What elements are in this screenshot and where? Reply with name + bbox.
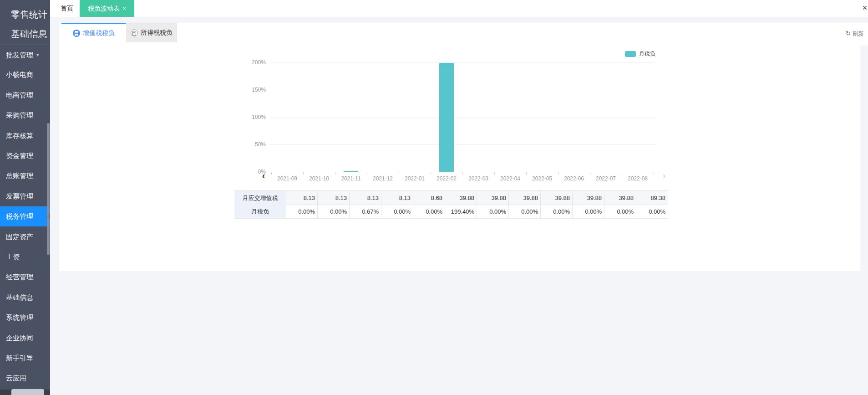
x-axis-tick — [558, 172, 558, 174]
vat-doc-icon — [73, 30, 80, 37]
x-axis-label: 2022-02 — [431, 175, 462, 182]
x-axis-label: 2022-04 — [494, 175, 526, 182]
x-axis-tick — [494, 172, 495, 174]
x-axis-tick — [462, 172, 463, 174]
table-cell: 8.13 — [286, 190, 318, 205]
sidebar-item-固定资产[interactable]: 固定资产 — [0, 227, 50, 247]
x-axis-label: 2022-07 — [590, 175, 622, 182]
x-axis-label: 2021-10 — [303, 175, 335, 182]
table-cell: 0.00% — [509, 205, 541, 219]
sidebar-item-企业协同[interactable]: 企业协同 — [0, 328, 50, 348]
x-axis-tick — [526, 172, 527, 174]
table-cell: 199.40% — [445, 205, 477, 219]
table-cell: 39.88 — [477, 190, 509, 205]
sidebar-collapse-button[interactable] — [11, 389, 44, 395]
sidebar: 零售统计基础信息批发管理▾小畅电商电商管理采购管理库存核算资金管理总账管理发票管… — [0, 0, 50, 395]
table-cell: 0.00% — [318, 205, 350, 219]
window-close-icon[interactable]: × — [859, 2, 868, 13]
pager-next-icon[interactable]: › — [660, 171, 668, 180]
sidebar-divider — [0, 45, 50, 45]
table-cell: 39.88 — [509, 190, 541, 205]
subtab-bar: 增值税税负 所得税税负 ↻刷新 — [59, 23, 868, 46]
x-axis-tick — [367, 172, 367, 174]
x-axis-label: 2021-11 — [335, 175, 367, 182]
x-axis-tick — [399, 172, 399, 174]
subtab-income-label: 所得税税负 — [141, 29, 173, 37]
x-axis-label: 2022-03 — [462, 175, 494, 182]
sidebar-item-资金管理[interactable]: 资金管理 — [0, 146, 50, 166]
tab-home-label: 首页 — [61, 5, 73, 12]
tab-tax-fluctuation[interactable]: 税负波动表× — [80, 0, 134, 17]
table-cell: 0.00% — [286, 205, 318, 219]
sidebar-item-工资[interactable]: 工资 — [0, 247, 50, 267]
legend-swatch — [625, 51, 636, 57]
gridline — [269, 62, 655, 63]
sidebar-item-发票管理[interactable]: 发票管理 — [0, 186, 50, 206]
table-cell: 8.13 — [350, 190, 381, 205]
sidebar-scrollbar[interactable] — [47, 123, 50, 255]
refresh-icon: ↻ — [846, 30, 851, 37]
x-axis-tick — [335, 172, 335, 174]
sidebar-item-税务管理[interactable]: 税务管理 — [0, 206, 50, 226]
legend-label: 月税负 — [639, 50, 655, 58]
table-cell: 0.00% — [413, 205, 445, 219]
table-row-header: 月税负 — [234, 205, 286, 219]
sidebar-item-新手引导[interactable]: 新手引导 — [0, 348, 50, 368]
gridline — [269, 117, 655, 118]
table-cell: 39.88 — [573, 190, 604, 205]
y-axis-tick-label: 200% — [231, 59, 266, 66]
table-cell: 89.38 — [636, 190, 668, 205]
table-cell: 0.00% — [541, 205, 573, 219]
y-axis-tick-label: 50% — [231, 141, 266, 148]
sidebar-item-经营管理[interactable]: 经营管理 — [0, 267, 50, 287]
chart-panel: 月税负 ‹ › 200%150%100%50%0%2021-092021-102… — [59, 46, 860, 271]
table-cell: 8.13 — [318, 190, 350, 205]
x-axis-tick — [271, 172, 272, 174]
table-cell: 0.67% — [350, 205, 381, 219]
subtab-income-tax[interactable]: 所得税税负 — [126, 23, 177, 42]
sidebar-item-零售统计[interactable]: 零售统计 — [0, 5, 50, 24]
x-axis-tick — [622, 172, 622, 174]
x-axis-tick — [431, 172, 431, 174]
table-cell: 0.00% — [477, 205, 509, 219]
sidebar-item-电商管理[interactable]: 电商管理 — [0, 85, 50, 105]
table-cell: 0.00% — [381, 205, 413, 219]
sidebar-item-批发管理[interactable]: 批发管理▾ — [0, 45, 50, 65]
sidebar-item-总账管理[interactable]: 总账管理 — [0, 166, 50, 186]
sidebar-item-库存核算[interactable]: 库存核算 — [0, 126, 50, 146]
y-axis-tick-label: 100% — [231, 114, 266, 120]
y-axis-tick-label: 150% — [231, 87, 266, 93]
y-axis-tick-label: 0% — [231, 169, 266, 175]
gridline — [269, 90, 655, 90]
tab-close-icon[interactable]: × — [122, 5, 126, 12]
table-cell: 39.88 — [541, 190, 573, 205]
table-cell: 0.00% — [636, 205, 668, 219]
gridline — [269, 144, 655, 145]
x-axis-tick — [303, 172, 304, 174]
table-cell: 39.88 — [604, 190, 636, 205]
table-cell: 39.88 — [445, 190, 477, 205]
subtab-vat[interactable]: 增值税税负 — [61, 23, 126, 42]
sidebar-item-采购管理[interactable]: 采购管理 — [0, 105, 50, 125]
x-axis-label: 2021-09 — [271, 175, 303, 182]
refresh-button[interactable]: ↻刷新 — [846, 29, 864, 38]
tab-home[interactable]: 首页 — [50, 0, 84, 17]
legend-item[interactable]: 月税负 — [625, 50, 655, 58]
subtab-vat-label: 增值税税负 — [83, 29, 115, 37]
x-axis-label: 2022-01 — [399, 175, 431, 182]
x-axis-tick — [654, 172, 654, 174]
table-cell: 0.00% — [573, 205, 604, 219]
sidebar-item-云应用[interactable]: 云应用 — [0, 368, 50, 388]
sidebar-item-基础信息[interactable]: 基础信息 — [0, 287, 50, 308]
x-axis-label: 2021-12 — [367, 175, 399, 182]
x-axis-label: 2022-06 — [558, 175, 590, 182]
sidebar-item-系统管理[interactable]: 系统管理 — [0, 308, 50, 328]
sidebar-item-基础信息[interactable]: 基础信息 — [0, 24, 50, 43]
x-axis-tick — [590, 172, 590, 174]
table-row-header: 月应交增值税 — [234, 191, 286, 205]
chevron-down-icon: ▾ — [36, 52, 39, 57]
bar-2021-11 — [344, 171, 358, 172]
refresh-label: 刷新 — [853, 31, 864, 37]
table-cell: 8.68 — [413, 190, 445, 205]
sidebar-item-小畅电商[interactable]: 小畅电商 — [0, 65, 50, 85]
